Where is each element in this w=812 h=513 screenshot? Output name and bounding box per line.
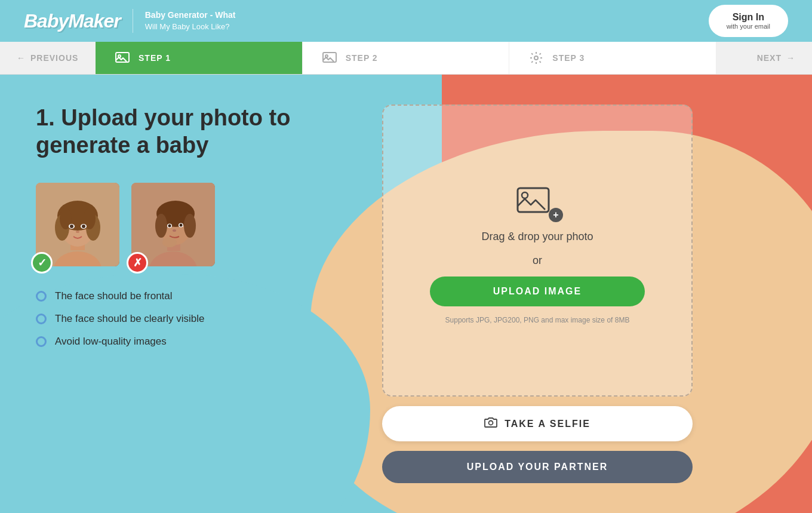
svg-point-30	[173, 229, 176, 232]
guideline-item-2: The face should be clearly visible	[36, 313, 346, 325]
svg-point-4	[534, 56, 538, 60]
camera-icon	[484, 417, 497, 431]
bullet-icon-3	[36, 336, 47, 347]
sign-in-button[interactable]: Sign In with your email	[709, 5, 788, 37]
chevron-left-icon: ←	[17, 53, 26, 63]
previous-button[interactable]: ← PREVIOUS	[0, 42, 96, 74]
svg-point-17	[82, 225, 85, 228]
step-1-label: STEP 1	[139, 53, 171, 63]
guidelines-list: The face should be frontal The face shou…	[36, 290, 346, 348]
or-text: or	[533, 254, 542, 267]
guideline-item-3: Avoid low-quality images	[36, 336, 346, 348]
svg-point-24	[155, 214, 167, 238]
upload-image-button[interactable]: UPLOAD IMAGE	[430, 277, 645, 306]
header-divider	[133, 9, 133, 33]
svg-point-31	[162, 238, 177, 247]
plus-icon: +	[549, 208, 563, 222]
svg-rect-0	[116, 53, 129, 62]
take-selfie-button[interactable]: TAKE A SELFIE	[382, 406, 693, 441]
right-panel: + Drag & drop your photo or UPLOAD IMAGE…	[382, 105, 693, 483]
header-right: Sign In with your email	[709, 5, 788, 37]
guideline-item-1: The face should be frontal	[36, 290, 346, 302]
svg-point-29	[180, 224, 183, 227]
svg-point-18	[76, 231, 79, 233]
upload-partner-button[interactable]: UPLOAD YOUR PARTNER	[382, 451, 693, 483]
bullet-icon-2	[36, 314, 47, 324]
drag-drop-text: Drag & drop your photo	[481, 229, 593, 245]
svg-rect-2	[323, 53, 336, 62]
header-subtitle: Baby Generator - What Will My Baby Look …	[145, 10, 236, 32]
step-2-tab[interactable]: STEP 2	[303, 42, 510, 74]
file-support-text: Supports JPG, JPG200, PNG and max image …	[445, 316, 630, 324]
bad-badge: ✗	[127, 252, 148, 274]
gear-icon	[527, 49, 545, 67]
svg-point-25	[184, 214, 196, 238]
bullet-icon-1	[36, 291, 47, 302]
svg-point-34	[489, 421, 493, 425]
photo-examples: ✓	[36, 183, 346, 266]
good-photo-example: ✓	[36, 183, 119, 266]
step-3-label: STEP 3	[552, 53, 585, 63]
good-badge: ✓	[31, 252, 53, 274]
header: BabyMaker Baby Generator - What Will My …	[0, 0, 812, 42]
logo: BabyMaker	[24, 10, 121, 32]
chevron-right-icon: →	[786, 53, 795, 63]
svg-point-28	[168, 225, 171, 228]
step-1-tab[interactable]: STEP 1	[96, 42, 303, 74]
svg-point-33	[522, 192, 528, 198]
next-button[interactable]: NEXT →	[716, 42, 812, 74]
step-3-tab[interactable]: STEP 3	[509, 42, 716, 74]
left-panel: 1. Upload your photo to generate a baby	[36, 105, 346, 483]
bad-photo-example: ✗	[131, 183, 215, 266]
page-title: 1. Upload your photo to generate a baby	[36, 105, 346, 159]
step-bar: ← PREVIOUS STEP 1 STEP 2	[0, 42, 812, 75]
step-2-label: STEP 2	[346, 53, 378, 63]
upload-dropzone[interactable]: + Drag & drop your photo or UPLOAD IMAGE…	[382, 105, 693, 397]
main-content: 1. Upload your photo to generate a baby	[0, 75, 812, 513]
image-icon	[113, 49, 131, 67]
svg-point-16	[70, 225, 73, 228]
photo-icon	[321, 49, 339, 67]
upload-icon-wrapper: +	[516, 183, 558, 219]
